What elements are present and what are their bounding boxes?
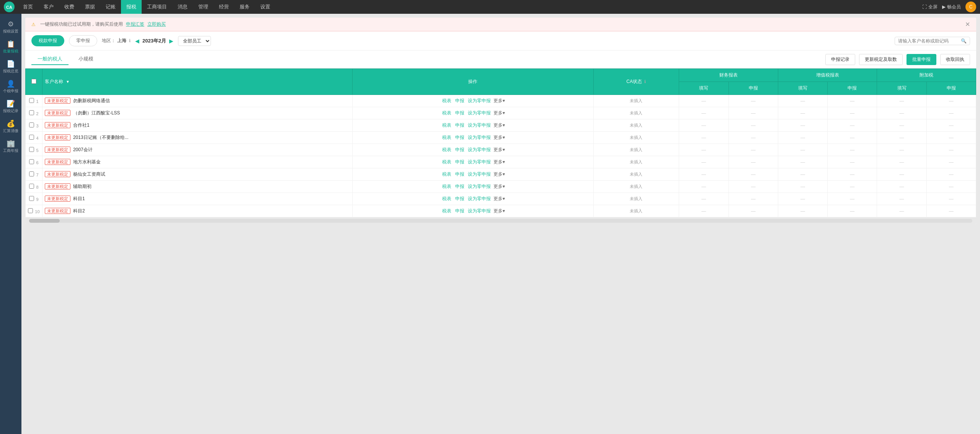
batch-declare-button[interactable]: 批量申报	[906, 54, 936, 65]
row-checkbox-8[interactable]	[29, 196, 34, 201]
op-declare[interactable]: 申报	[455, 147, 464, 152]
update-tax-button[interactable]: 更新税定及取数	[859, 54, 903, 65]
row-checkbox-0[interactable]	[29, 98, 34, 103]
scroll-thumb[interactable]	[29, 219, 60, 223]
logo[interactable]: CA	[4, 2, 15, 12]
op-tax-form[interactable]: 税表	[442, 110, 451, 116]
sidebar-item-batch-tax[interactable]: 📋 批量报税	[0, 37, 21, 57]
op-tax-form[interactable]: 税表	[442, 184, 451, 189]
op-more[interactable]: 更多▾	[493, 184, 505, 189]
declaration-records-button[interactable]: 申报记录	[825, 54, 855, 65]
op-more[interactable]: 更多▾	[493, 98, 505, 103]
search-icon[interactable]: 🔍	[961, 38, 967, 44]
row-checkbox-6[interactable]	[29, 171, 34, 176]
fullscreen-button[interactable]: ⛶ 全屏	[922, 4, 938, 10]
op-zero-declare[interactable]: 设为零申报	[468, 159, 491, 165]
row-checkbox-7[interactable]	[29, 184, 34, 189]
ca-info-icon[interactable]: ℹ	[644, 79, 646, 84]
sidebar-item-tax-overview[interactable]: 📄 报税总览	[0, 57, 21, 77]
nav-management[interactable]: 管理	[193, 0, 214, 14]
search-input[interactable]	[898, 38, 959, 44]
table-row: 3 未更新税定 合作社1 税表 申报 设为零申报 更多▾ 未插入 — — — —…	[26, 119, 976, 132]
row-checkbox-2[interactable]	[29, 122, 34, 127]
tab-zero-declaration[interactable]: 零申报	[69, 35, 97, 46]
staff-select[interactable]: 全部员工	[178, 36, 211, 46]
alert-link-buy[interactable]: 立即购买	[147, 21, 166, 28]
tab-small-scale[interactable]: 小规模	[72, 54, 100, 65]
op-declare[interactable]: 申报	[455, 159, 464, 165]
row-checkbox-5[interactable]	[29, 159, 34, 164]
nav-operations[interactable]: 经营	[214, 0, 234, 14]
op-declare[interactable]: 申报	[455, 122, 464, 128]
op-declare[interactable]: 申报	[455, 208, 464, 214]
op-zero-declare[interactable]: 设为零申报	[468, 122, 491, 128]
op-declare[interactable]: 申报	[455, 110, 464, 116]
op-tax-form[interactable]: 税表	[442, 135, 451, 140]
op-zero-declare[interactable]: 设为零申报	[468, 208, 491, 214]
op-zero-declare[interactable]: 设为零申报	[468, 196, 491, 201]
nav-service[interactable]: 服务	[234, 0, 255, 14]
user-avatar[interactable]: C	[965, 2, 976, 12]
op-tax-form[interactable]: 税表	[442, 196, 451, 201]
op-tax-form[interactable]: 税表	[442, 171, 451, 177]
nav-customer[interactable]: 客户	[38, 0, 59, 14]
alert-link-report[interactable]: 申报汇签	[126, 21, 144, 28]
op-tax-form[interactable]: 税表	[442, 208, 451, 214]
row-checkbox-4[interactable]	[29, 147, 34, 152]
date-next-button[interactable]: ▶	[169, 38, 173, 44]
op-more[interactable]: 更多▾	[493, 159, 505, 165]
horizontal-scrollbar[interactable]	[25, 217, 976, 224]
th-add-declare: 申报	[926, 82, 976, 95]
op-declare[interactable]: 申报	[455, 196, 464, 201]
row-checkbox-1[interactable]	[29, 110, 34, 115]
op-zero-declare[interactable]: 设为零申报	[468, 147, 491, 152]
op-tax-form[interactable]: 税表	[442, 98, 451, 103]
tab-tax-declaration[interactable]: 税款申报	[31, 35, 64, 46]
retrieve-receipt-button[interactable]: 收取回执	[940, 54, 970, 65]
op-more[interactable]: 更多▾	[493, 135, 505, 140]
date-prev-button[interactable]: ◀	[135, 38, 139, 44]
op-zero-declare[interactable]: 设为零申报	[468, 98, 491, 103]
nav-tax[interactable]: 报税	[121, 0, 142, 14]
row-checkbox-9[interactable]	[28, 208, 33, 213]
op-more[interactable]: 更多▾	[493, 147, 505, 152]
sidebar-item-tax-records[interactable]: 📝 报税记录	[0, 96, 21, 116]
op-zero-declare[interactable]: 设为零申报	[468, 110, 491, 116]
op-tax-form[interactable]: 税表	[442, 122, 451, 128]
row-checkbox-cell: 8	[26, 181, 42, 193]
op-zero-declare[interactable]: 设为零申报	[468, 184, 491, 189]
op-more[interactable]: 更多▾	[493, 208, 505, 214]
table-row: 9 未更新税定 科目1 税表 申报 设为零申报 更多▾ 未插入 — — — — …	[26, 193, 976, 205]
sidebar-item-settlement[interactable]: 💰 汇算清缴	[0, 116, 21, 136]
nav-settings[interactable]: 设置	[255, 0, 276, 14]
op-zero-declare[interactable]: 设为零申报	[468, 171, 491, 177]
sidebar-item-tax-settings[interactable]: ⚙ 报税设置	[0, 17, 21, 37]
tab-general-taxpayer[interactable]: 一般的税人	[31, 54, 69, 65]
op-declare[interactable]: 申报	[455, 98, 464, 103]
row-checkbox-3[interactable]	[29, 135, 34, 140]
select-all-checkbox[interactable]	[31, 79, 36, 84]
scroll-track[interactable]	[29, 219, 972, 223]
op-more[interactable]: 更多▾	[493, 171, 505, 177]
sidebar-item-personal-tax[interactable]: 👤 个税申报	[0, 77, 21, 96]
op-declare[interactable]: 申报	[455, 184, 464, 189]
op-tax-form[interactable]: 税表	[442, 159, 451, 165]
nav-billing[interactable]: 收费	[59, 0, 80, 14]
op-more[interactable]: 更多▾	[493, 110, 505, 116]
nav-home[interactable]: 首页	[18, 0, 38, 14]
alert-close-button[interactable]: ✕	[965, 21, 970, 28]
nav-bookkeeping[interactable]: 记账	[100, 0, 121, 14]
op-declare[interactable]: 申报	[455, 135, 464, 140]
op-more[interactable]: 更多▾	[493, 196, 505, 201]
nav-message[interactable]: 消息	[172, 0, 193, 14]
sidebar-item-annual-report[interactable]: 🏢 工商年报	[0, 136, 21, 156]
region-info-icon[interactable]: ℹ	[129, 38, 131, 43]
upgrade-button[interactable]: ▶ 畅会员	[942, 4, 961, 10]
op-zero-declare[interactable]: 设为零申报	[468, 135, 491, 140]
op-more[interactable]: 更多▾	[493, 122, 505, 128]
nav-invoice[interactable]: 票据	[80, 0, 100, 14]
op-tax-form[interactable]: 税表	[442, 147, 451, 152]
nav-business[interactable]: 工商项目	[142, 0, 172, 14]
op-declare[interactable]: 申报	[455, 171, 464, 177]
sort-icon[interactable]: ▼	[66, 80, 70, 84]
